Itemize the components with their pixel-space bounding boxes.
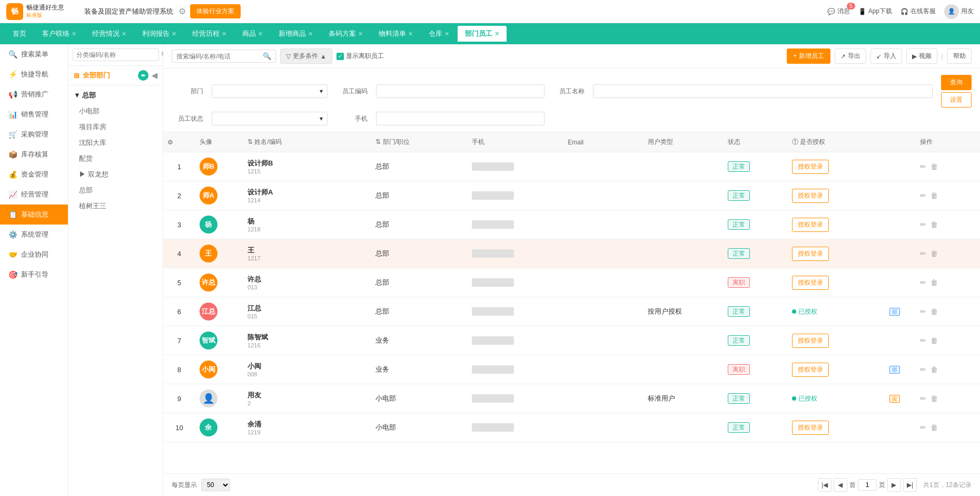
delete-icon[interactable]: 🗑: [930, 278, 938, 287]
dept-node-shuanglong[interactable]: ▶ 双龙想: [68, 167, 163, 182]
delete-icon[interactable]: 🗑: [930, 307, 938, 316]
edit-icon[interactable]: ✏: [920, 278, 926, 287]
tab-close-icon[interactable]: ✕: [408, 31, 413, 37]
tab-close-icon[interactable]: ✕: [444, 31, 449, 37]
nav-tab-profit_report[interactable]: 经营情况✕: [85, 26, 134, 42]
edit-icon[interactable]: ✏: [920, 220, 926, 229]
emp-status-select[interactable]: ▾: [212, 112, 328, 125]
delete-icon[interactable]: 🗑: [930, 191, 938, 200]
tab-close-icon[interactable]: ✕: [308, 31, 313, 37]
delete-icon[interactable]: 🗑: [930, 365, 938, 374]
dept-node-zongbu2[interactable]: 总部: [68, 182, 163, 198]
more-filters-button[interactable]: ▽ 更多条件 ▲: [280, 48, 332, 64]
edit-icon[interactable]: ✏: [920, 191, 926, 200]
delete-icon[interactable]: 🗑: [930, 162, 938, 171]
show-resigned-toggle[interactable]: ✓ 显示离职员工: [336, 52, 384, 61]
sidebar-item-basic[interactable]: 📋 基础信息: [0, 205, 68, 225]
nav-tab-customer[interactable]: 客户联络✕: [35, 26, 84, 42]
edit-icon[interactable]: ✏: [920, 336, 926, 345]
import-button[interactable]: ↙ 导入: [870, 48, 902, 64]
next-page-button[interactable]: ▶: [887, 478, 901, 492]
edit-icon[interactable]: ✏: [920, 394, 926, 403]
collapse-dept-icon[interactable]: ◀: [152, 71, 157, 80]
nav-tab-warehouse[interactable]: 仓库✕: [421, 26, 457, 42]
auth-button[interactable]: 授权登录: [792, 247, 829, 261]
tab-close-icon[interactable]: ✕: [258, 31, 263, 37]
sidebar-item-system[interactable]: ⚙️ 系统管理: [0, 225, 68, 245]
last-page-button[interactable]: ▶|: [903, 478, 917, 492]
sidebar-item-inventory[interactable]: 📦 库存核算: [0, 144, 68, 164]
edit-icon[interactable]: ✏: [920, 423, 926, 432]
nav-tab-department[interactable]: 部门员工✕: [458, 26, 507, 42]
dept-node-zongbu[interactable]: ▼ 总部: [68, 87, 163, 103]
dept-select[interactable]: ▾: [212, 84, 328, 98]
edit-icon[interactable]: ✏: [920, 365, 926, 374]
search-input[interactable]: [176, 53, 261, 60]
edit-icon[interactable]: ✏: [920, 162, 926, 171]
auth-button[interactable]: 授权登录: [792, 334, 829, 348]
sidebar-item-sales[interactable]: 📊 销售管理: [0, 104, 68, 124]
delete-icon[interactable]: 🗑: [930, 336, 938, 345]
user-item[interactable]: 👤 用友: [944, 4, 974, 19]
nav-tab-barcode[interactable]: 条码方案✕: [321, 26, 370, 42]
nav-tab-profit[interactable]: 利润报告✕: [135, 26, 184, 42]
phone-input[interactable]: [376, 112, 545, 125]
tab-close-icon[interactable]: ✕: [358, 31, 363, 37]
emp-code-input[interactable]: [376, 84, 545, 98]
settings-col-icon[interactable]: ⚙: [167, 139, 173, 146]
dept-node-peihuo[interactable]: 配货: [68, 151, 163, 167]
help-button[interactable]: 帮助: [947, 48, 972, 64]
nav-tab-process[interactable]: 经营历程✕: [185, 26, 234, 42]
nav-tab-new_goods[interactable]: 新增商品✕: [271, 26, 320, 42]
prev-page-button[interactable]: ◀: [834, 478, 847, 492]
tab-close-icon[interactable]: ✕: [494, 31, 499, 37]
delete-icon[interactable]: 🗑: [930, 249, 938, 258]
sidebar-item-search[interactable]: 🔍 搜索菜单: [0, 44, 68, 64]
app-download-item[interactable]: 📱 App下载: [858, 7, 892, 16]
emp-name-input[interactable]: [593, 84, 933, 98]
reset-button[interactable]: 设置: [941, 92, 972, 108]
sidebar-item-guide[interactable]: 🎯 新手引导: [0, 265, 68, 285]
auth-button[interactable]: 授权登录: [792, 189, 829, 203]
tab-close-icon[interactable]: ✕: [172, 31, 176, 37]
sidebar-item-collab[interactable]: 🤝 企业协同: [0, 245, 68, 265]
trial-button[interactable]: 体验行业方案: [190, 4, 241, 18]
online-service-item[interactable]: 🎧 在线客服: [900, 7, 936, 16]
auth-button[interactable]: 授权登录: [792, 363, 829, 377]
delete-icon[interactable]: 🗑: [930, 220, 938, 229]
sidebar-item-quick_nav[interactable]: ⚡ 快捷导航: [0, 64, 68, 84]
dept-node-shenyang[interactable]: 沈阳大库: [68, 135, 163, 151]
nav-tab-home[interactable]: 首页: [5, 26, 34, 42]
delete-icon[interactable]: 🗑: [930, 394, 938, 403]
add-employee-button[interactable]: + 新增员工: [787, 48, 830, 64]
view-button[interactable]: ▶ 视频: [906, 48, 937, 64]
first-page-button[interactable]: |◀: [818, 478, 831, 492]
auth-button[interactable]: 授权登录: [792, 276, 829, 290]
edit-icon[interactable]: ✏: [920, 307, 926, 316]
page-input[interactable]: [858, 479, 877, 491]
message-item[interactable]: 💬 消息 5: [827, 7, 850, 16]
auth-button[interactable]: 授权登录: [792, 160, 829, 174]
auth-button[interactable]: 授权登录: [792, 421, 829, 435]
auth-button[interactable]: 授权登录: [792, 218, 829, 232]
settings-icon[interactable]: ⚙: [179, 6, 186, 16]
query-button[interactable]: 查询: [941, 75, 972, 90]
nav-tab-goods[interactable]: 商品✕: [235, 26, 270, 42]
page-size-select[interactable]: 50 100: [201, 479, 230, 491]
dept-node-xiaodian[interactable]: 小电部: [68, 103, 163, 119]
export-button[interactable]: ↗ 导出: [835, 48, 866, 64]
dept-search-input[interactable]: [73, 48, 159, 61]
sidebar-item-finance[interactable]: 💰 资金管理: [0, 164, 68, 184]
tab-close-icon[interactable]: ✕: [122, 31, 126, 37]
tab-close-icon[interactable]: ✕: [222, 31, 226, 37]
dept-node-xiangmu[interactable]: 项目库房: [68, 119, 163, 135]
edit-dept-icon[interactable]: ✏: [138, 70, 149, 81]
sidebar-item-operation[interactable]: 📈 经营管理: [0, 184, 68, 205]
delete-icon[interactable]: 🗑: [930, 423, 938, 432]
sidebar-item-marketing[interactable]: 📢 营销推广: [0, 84, 68, 104]
sidebar-item-purchase[interactable]: 🛒 采购管理: [0, 124, 68, 144]
nav-tab-material[interactable]: 物料清单✕: [371, 26, 420, 42]
edit-icon[interactable]: ✏: [920, 249, 926, 258]
dept-node-nanwang[interactable]: 植树王三: [68, 198, 163, 214]
tab-close-icon[interactable]: ✕: [72, 31, 76, 37]
